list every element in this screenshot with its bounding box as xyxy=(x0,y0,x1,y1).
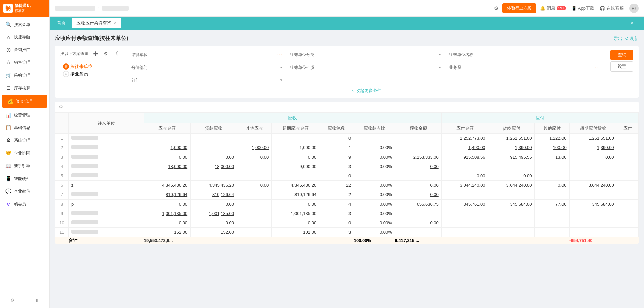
footer-rec-loan xyxy=(191,237,237,244)
refresh-btn[interactable]: ↺ 刷新 xyxy=(625,36,639,42)
tab-maximize-btn[interactable]: ⛶ xyxy=(637,20,641,26)
promo-button[interactable]: 体验行业方案 xyxy=(502,3,536,13)
system-icon: ⚙ xyxy=(5,137,11,143)
table-settings-icon[interactable]: ⚙ xyxy=(59,104,63,109)
collapse-scheme-btn[interactable]: 《 xyxy=(112,50,119,57)
cell-pay-other: 0.00 xyxy=(535,181,569,190)
cell-pay-amount: 3,044,240.00 xyxy=(441,181,488,190)
cell-rec-ratio: 0.00% xyxy=(354,181,395,190)
hardware-icon: 📱 xyxy=(5,176,11,182)
sidebar-collapse-btn[interactable]: ⏸ xyxy=(32,296,43,305)
breadcrumb-sep: › xyxy=(98,6,99,11)
tab-home-label: 首页 xyxy=(57,20,66,26)
sidebar-item-marketing[interactable]: ◎ 营销推广 xyxy=(0,43,49,56)
cell-rec-count: 2 xyxy=(319,190,354,200)
app-icon: 📱 xyxy=(571,6,577,11)
member-icon: V xyxy=(5,201,11,207)
view-by-staff[interactable]: ○ 按业务员 xyxy=(63,71,127,77)
sidebar-item-label: 企业微信 xyxy=(14,189,30,194)
sidebar-item-sales[interactable]: ☆ 销售管理 xyxy=(0,56,49,69)
cell-pay-other: 77.00 xyxy=(535,200,569,209)
tab-close-icon[interactable]: ✕ xyxy=(113,21,116,26)
content-area: 应收应付余额查询(按往来单位) ↑ 导出 ↺ 刷新 按以下方案查询 ➕ xyxy=(50,30,644,308)
cell-pay-amount: 0.00 xyxy=(441,171,488,181)
field-partner-name: 往来单位名称 xyxy=(449,50,601,59)
sidebar-item-hardware[interactable]: 📱 智能硬件 xyxy=(0,172,49,185)
col-payable-group: 应付 xyxy=(441,113,638,123)
sidebar-item-label: 快捷导航 xyxy=(14,34,30,40)
cell-rec-ratio: 0.00% xyxy=(354,190,395,200)
user-avatar[interactable]: Rit xyxy=(629,4,639,13)
cell-rec-amount: 0.00 xyxy=(144,200,191,209)
export-btn[interactable]: ↑ 导出 xyxy=(610,36,623,42)
online-service-btn[interactable]: 🎧 在线客服 xyxy=(600,5,624,11)
sidebar-item-member[interactable]: V 畅会员 xyxy=(0,198,49,210)
cell-rec-advance xyxy=(395,171,441,181)
cell-rec-other xyxy=(237,200,271,209)
field-dept-input[interactable]: ▼ xyxy=(154,76,283,85)
field-partner-nature-input[interactable]: ▼ xyxy=(317,63,442,72)
table-row: 3 0.00 0.00 0.00 0.00 9 0.00% 2,153,333.… xyxy=(55,152,639,162)
sidebar-item-collab[interactable]: 🤝 企业协同 xyxy=(0,147,49,160)
sidebar-item-system[interactable]: ⚙ 系统管理 xyxy=(0,134,49,147)
field-settlement-label: 结算单位 xyxy=(131,52,152,58)
field-dept-manager-input[interactable]: ▼ xyxy=(154,63,283,72)
settings-gear-icon[interactable]: ⚙ xyxy=(494,5,498,11)
field-partner-category-input[interactable]: ▼ xyxy=(317,50,442,59)
sidebar-item-label: 畅会员 xyxy=(14,201,26,207)
query-button[interactable]: 查询 xyxy=(610,50,633,60)
field-settlement-input[interactable]: ··· xyxy=(154,50,283,59)
sidebar-item-finance[interactable]: 💰 资金管理 xyxy=(2,95,47,108)
tab-query[interactable]: 应收应付余额查询 ✕ xyxy=(72,18,121,28)
tab-home[interactable]: 首页 xyxy=(52,18,70,28)
add-scheme-btn[interactable]: ➕ xyxy=(91,50,100,57)
cell-rec-advance: 0.00 xyxy=(395,218,441,228)
field-dept-manager: 分管部门 ▼ xyxy=(131,63,283,72)
cell-rec-loan: 1,001,135.00 xyxy=(191,209,237,218)
app-download-btn[interactable]: 📱 App下载 xyxy=(571,5,594,11)
collapse-more-btn[interactable]: ∧ 收起更多条件 xyxy=(351,88,382,94)
cell-partner: z xyxy=(69,181,144,190)
sidebar-item-basic[interactable]: 📋 基础信息 xyxy=(0,121,49,134)
sidebar-item-wechat[interactable]: 💬 企业微信 xyxy=(0,185,49,198)
field-salesperson-input[interactable]: ··· xyxy=(472,63,601,72)
notification-btn[interactable]: 🔔 消息 99+ xyxy=(540,5,566,11)
breadcrumb-current xyxy=(102,6,129,11)
operation-icon: 📊 xyxy=(5,112,11,118)
edit-scheme-btn[interactable]: ⚙ xyxy=(102,50,109,57)
sidebar-item-guide[interactable]: 📖 新手引导 xyxy=(0,160,49,172)
wechat-icon: 💬 xyxy=(5,188,11,194)
breadcrumb: › xyxy=(55,6,490,11)
query-view-options: 联 按往来单位 ○ 按业务员 xyxy=(63,63,127,77)
cell-rec-overdue: 101.00 xyxy=(272,228,319,237)
view-by-partner[interactable]: 联 按往来单位 xyxy=(63,63,127,70)
cell-pay-extra xyxy=(617,200,638,209)
cell-pay-amount: 915,508.56 xyxy=(441,152,488,162)
cell-rec-amount: 1,000.00 xyxy=(144,143,191,152)
table-row: 1 0 1,252,773.00 1,251,551.00 1,222.00 1… xyxy=(55,134,639,143)
cell-rec-amount: 810,126.64 xyxy=(144,190,191,200)
settings-button[interactable]: 设置 xyxy=(610,61,633,72)
sidebar-item-purchase[interactable]: 🛒 采购管理 xyxy=(0,69,49,82)
footer-empty xyxy=(55,237,69,244)
tabbar: 首页 应收应付余额查询 ✕ ✕ ⛶ xyxy=(50,17,644,30)
cell-pay-overdue xyxy=(569,162,617,171)
cell-rownum: 9 xyxy=(55,209,69,218)
sidebar-settings-btn[interactable]: ⚙ xyxy=(7,296,18,305)
app-label: App下载 xyxy=(578,5,594,11)
sidebar-item-nav[interactable]: ⌂ 快捷导航 xyxy=(0,31,49,43)
table-row: 6 z 4,345,436.20 4,345,436.20 0.00 4,345… xyxy=(55,181,639,190)
cell-rec-amount: 18,000.00 xyxy=(144,162,191,171)
cell-pay-extra xyxy=(617,162,638,171)
sidebar-item-label: 智能硬件 xyxy=(14,176,30,182)
cell-pay-overdue xyxy=(569,218,617,228)
footer-rec-ratio: 100.00% xyxy=(354,237,395,244)
field-salesperson-label: 业务员 xyxy=(449,65,469,71)
sidebar-item-inventory[interactable]: ⊟ 库存核算 xyxy=(0,82,49,94)
sidebar-item-operation[interactable]: 📊 经营管理 xyxy=(0,108,49,121)
inventory-icon: ⊟ xyxy=(5,85,11,91)
sidebar-item-search[interactable]: 🔍 搜索菜单 xyxy=(0,18,49,31)
tab-close-window-btn[interactable]: ✕ xyxy=(630,20,634,26)
field-partner-name-input[interactable] xyxy=(476,50,601,59)
cell-rownum: 8 xyxy=(55,200,69,209)
